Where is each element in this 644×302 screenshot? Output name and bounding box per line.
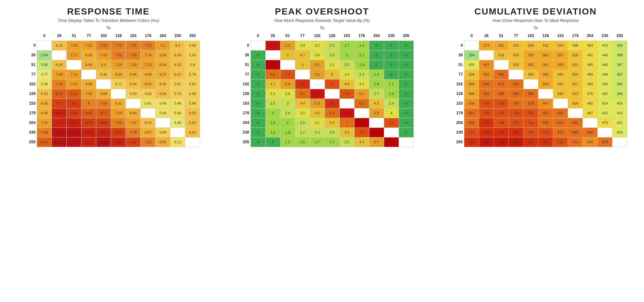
- cell: 7: [339, 118, 354, 127]
- cell: 535: [509, 50, 524, 60]
- row-header: 102: [22, 79, 37, 89]
- row-header: 179: [22, 108, 37, 118]
- cell: 0: [251, 127, 265, 137]
- cell: 760: [538, 137, 553, 147]
- cell: 9.01: [52, 108, 67, 118]
- cell: [265, 50, 280, 60]
- col-header: 51: [67, 31, 81, 41]
- cell: 4.3: [354, 137, 369, 147]
- cell: 6.26: [170, 60, 185, 70]
- cell: [81, 70, 96, 79]
- cell: 4.2: [310, 108, 325, 118]
- col-header: 26: [265, 31, 280, 41]
- cell: 2.1: [295, 127, 310, 137]
- cell: 518: [494, 50, 509, 60]
- cell: 520: [568, 70, 583, 79]
- cell: 387: [612, 70, 627, 79]
- cell: 5.83: [185, 50, 200, 60]
- cell: 5: [280, 50, 295, 60]
- cell: 440: [598, 60, 612, 70]
- cell: 549: [553, 89, 568, 99]
- from-label: From: [444, 38, 449, 302]
- cell: 3.93: [37, 60, 52, 70]
- cell: 678: [524, 99, 538, 108]
- cell: 440: [598, 50, 612, 60]
- cell: 5.04: [156, 108, 170, 118]
- cell: 723: [553, 137, 568, 147]
- cell: 495: [583, 60, 598, 70]
- cell: 8.01: [37, 137, 52, 147]
- cell: 7.03: [52, 70, 67, 79]
- cell: 475: [583, 89, 598, 99]
- row-header: 77: [236, 70, 251, 79]
- col-header: 102: [310, 31, 325, 41]
- cell: 653: [553, 118, 568, 127]
- cell: 6.58: [111, 70, 126, 79]
- col-header: 128: [538, 31, 553, 41]
- cell: [325, 89, 339, 99]
- row-header: 102: [450, 79, 464, 89]
- cell: 660: [568, 127, 583, 137]
- cell: 467: [583, 108, 598, 118]
- cell: [96, 79, 111, 89]
- row-header: 77: [22, 70, 37, 79]
- cell: 5.2: [280, 41, 295, 50]
- cell: 531: [553, 79, 568, 89]
- row-header: 255: [22, 137, 37, 147]
- col-header: 179: [354, 31, 369, 41]
- cell: [141, 108, 156, 118]
- cell: 5: [325, 70, 339, 79]
- cell: 6.91: [111, 99, 126, 108]
- cell: 5.8: [185, 60, 200, 70]
- cell: 661: [509, 79, 524, 89]
- cell: 0: [399, 50, 413, 60]
- cell: 391: [612, 79, 627, 89]
- cell: 4.5: [369, 99, 384, 108]
- cell: [67, 60, 81, 70]
- cell: 0: [399, 60, 413, 70]
- cell: 5.46: [37, 79, 52, 89]
- cell: 396: [612, 89, 627, 99]
- cell: 6.6: [265, 70, 280, 79]
- cell: 404: [612, 99, 627, 108]
- cell: 6.65: [156, 137, 170, 147]
- cell: 9.59: [67, 127, 81, 137]
- cell: 2.5: [339, 60, 354, 70]
- cell: 11.2: [369, 127, 384, 137]
- cell: 7.52: [141, 41, 156, 50]
- cell: [509, 70, 524, 79]
- row-header: 179: [450, 108, 464, 118]
- cell: [494, 60, 509, 70]
- cell: 410: [612, 108, 627, 118]
- cell: 0: [251, 137, 265, 147]
- cell: 818: [494, 137, 509, 147]
- cell: [464, 41, 479, 50]
- cell: 8.65: [96, 118, 111, 127]
- cell: 436: [598, 79, 612, 89]
- cell: 563: [538, 60, 553, 70]
- cell: 5.79: [185, 70, 200, 79]
- cell: 526: [568, 50, 583, 60]
- cell: 539: [524, 41, 538, 50]
- cell: 688: [494, 89, 509, 99]
- cell: 4: [384, 108, 399, 118]
- cell: 775: [494, 127, 509, 137]
- cell: 6.06: [156, 89, 170, 99]
- cell: 7.19: [141, 60, 156, 70]
- cell: 0: [265, 137, 280, 147]
- cell: 6.02: [185, 118, 200, 127]
- section-cumulative-deviation: CUMULATIVE DEVIATION How Close Response …: [431, 6, 641, 302]
- cell: 6.4: [170, 41, 185, 50]
- cell: 2: [265, 108, 280, 118]
- cell: 5.86: [185, 41, 200, 50]
- col-header: 102: [524, 31, 538, 41]
- cell: 7.28: [111, 60, 126, 70]
- cell: [354, 108, 369, 118]
- cell: 662: [464, 108, 479, 118]
- section-title: RESPONSE TIME: [67, 6, 150, 17]
- col-header: 77: [81, 31, 96, 41]
- row-header: 153: [236, 99, 251, 108]
- cell: 6.68: [96, 89, 111, 99]
- cell: 2: [339, 50, 354, 60]
- cell: 7.78: [126, 127, 141, 137]
